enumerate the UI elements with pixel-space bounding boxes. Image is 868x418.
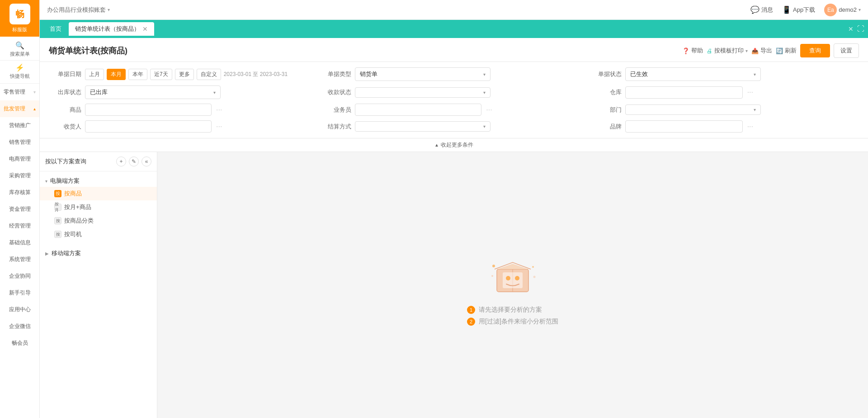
app-name: 办公用品行业模拟账套 ▾ bbox=[47, 6, 743, 14]
sidebar: 畅 标服版 🔍 搜索菜单 ⚡ 快捷导航 零售管理 ▾ 批发管理 ▴ 营销推广 销… bbox=[0, 0, 40, 418]
brand-input[interactable] bbox=[625, 120, 743, 133]
date-filter-value: 上月 本月 本年 近7天 更多 bbox=[85, 69, 319, 80]
svg-point-6 bbox=[492, 265, 495, 267]
dept-select[interactable]: ▾ bbox=[625, 104, 761, 115]
empty-step-1: 1 请先选择要分析的方案 bbox=[467, 306, 558, 314]
scheme-item-by-month-goods-icon: 按月 bbox=[54, 204, 61, 211]
scheme-group-mobile-title[interactable]: ▶ 移动端方案 bbox=[40, 247, 157, 259]
sidebar-quick-nav[interactable]: ⚡ 快捷导航 bbox=[0, 61, 39, 84]
user-profile[interactable]: Ea demo2 ▾ bbox=[824, 4, 861, 16]
receiver-dots-btn[interactable]: ··· bbox=[214, 123, 224, 131]
scheme-item-by-goods-icon: 按 bbox=[54, 190, 61, 197]
sidebar-item-member[interactable]: 畅会员 bbox=[0, 335, 39, 352]
scheme-item-by-month-goods[interactable]: 按月 按月+商品 bbox=[40, 200, 157, 214]
export-icon: 📤 bbox=[751, 48, 759, 54]
scheme-group-desktop-title[interactable]: ▾ 电脑端方案 bbox=[40, 174, 157, 187]
refresh-btn[interactable]: 🔄 刷新 bbox=[776, 47, 797, 55]
date-btn-this-year[interactable]: 本年 bbox=[128, 69, 147, 80]
sidebar-item-operations[interactable]: 经营管理 bbox=[0, 218, 39, 234]
tab-close-icon[interactable]: ✕ bbox=[142, 26, 148, 32]
tab-bar-actions: ✕ ⛶ bbox=[848, 25, 864, 33]
out-status-select[interactable]: 已出库 ▾ bbox=[85, 86, 221, 99]
date-btn-more[interactable]: 更多 bbox=[175, 69, 194, 80]
sidebar-item-retail[interactable]: 零售管理 ▾ bbox=[0, 84, 39, 100]
settings-btn[interactable]: 设置 bbox=[834, 43, 859, 58]
empty-state: 1 请先选择要分析的方案 2 用[过滤]条件来缩小分析范围 bbox=[449, 226, 576, 344]
sidebar-item-app-center[interactable]: 应用中心 bbox=[0, 301, 39, 318]
salesperson-dots-btn[interactable]: ··· bbox=[484, 106, 494, 114]
date-btn-last-month[interactable]: 上月 bbox=[85, 69, 104, 80]
header-actions: 💬 消息 📱 App下载 Ea demo2 ▾ bbox=[750, 4, 861, 16]
scheme-panel-title: 按以下方案查询 bbox=[45, 157, 86, 166]
app-download-btn[interactable]: 📱 App下载 bbox=[782, 5, 815, 14]
date-btn-custom[interactable]: 自定义 bbox=[197, 69, 221, 80]
doc-status-label: 单据状态 bbox=[589, 70, 625, 78]
tab-sales-stat[interactable]: 销货单统计表（按商品） ✕ bbox=[69, 22, 154, 36]
payment-method-label: 结算方式 bbox=[319, 123, 355, 131]
scheme-collapse-btn[interactable]: « bbox=[142, 157, 151, 166]
export-btn[interactable]: 📤 导出 bbox=[751, 47, 772, 55]
sidebar-item-purchase[interactable]: 采购管理 bbox=[0, 167, 39, 184]
sidebar-item-wholesale[interactable]: 批发管理 ▴ bbox=[0, 100, 39, 117]
query-btn[interactable]: 查询 bbox=[800, 44, 830, 57]
goods-input[interactable] bbox=[85, 104, 212, 116]
payment-method-select[interactable]: ▾ bbox=[355, 121, 491, 132]
sidebar-item-corp-wechat[interactable]: 企业微信 bbox=[0, 318, 39, 335]
search-label: 搜索菜单 bbox=[10, 51, 30, 57]
doc-status-dropdown-icon: ▾ bbox=[754, 72, 756, 77]
receiver-input[interactable] bbox=[85, 120, 212, 133]
doc-type-select[interactable]: 销货单 ▾ bbox=[355, 67, 491, 81]
message-btn[interactable]: 💬 消息 bbox=[750, 5, 773, 14]
goods-dots-btn[interactable]: ··· bbox=[214, 106, 224, 114]
sidebar-item-inventory[interactable]: 库存核算 bbox=[0, 184, 39, 201]
scheme-item-by-printer[interactable]: 按 按司机 bbox=[40, 228, 157, 241]
tab-close-all-icon[interactable]: ✕ bbox=[848, 25, 854, 33]
doc-type-dropdown-icon: ▾ bbox=[483, 72, 486, 77]
sidebar-item-newbie[interactable]: 新手引导 bbox=[0, 285, 39, 301]
warehouse-dots-btn[interactable]: ··· bbox=[745, 88, 755, 96]
scheme-item-by-goods-category[interactable]: 按 按商品分类 bbox=[40, 214, 157, 228]
help-icon: ❓ bbox=[682, 48, 689, 54]
logo-text: 标服版 bbox=[12, 26, 27, 33]
receiver-label: 收货人 bbox=[49, 123, 85, 131]
help-btn[interactable]: ❓ 帮助 bbox=[682, 47, 703, 55]
collapse-up-icon: ▲ bbox=[434, 142, 439, 147]
sidebar-search-item[interactable]: 🔍 搜索菜单 bbox=[0, 37, 39, 61]
sidebar-item-ecommerce[interactable]: 电商管理 bbox=[0, 151, 39, 167]
tab-expand-icon[interactable]: ⛶ bbox=[857, 25, 864, 33]
salesperson-input[interactable] bbox=[355, 104, 481, 116]
step-2-num: 2 bbox=[467, 318, 475, 326]
empty-box-svg bbox=[486, 244, 540, 299]
app-dropdown-icon[interactable]: ▾ bbox=[108, 7, 110, 12]
mobile-expand-icon: ▶ bbox=[45, 251, 49, 256]
date-btn-last-7-days[interactable]: 近7天 bbox=[150, 69, 172, 80]
sidebar-logo[interactable]: 畅 标服版 bbox=[0, 0, 39, 37]
collect-status-select[interactable]: ▾ bbox=[355, 87, 491, 98]
collapse-more-btn[interactable]: ▲ 收起更多条件 bbox=[40, 138, 868, 152]
print-btn[interactable]: 🖨 按模板打印 ▾ bbox=[707, 47, 748, 55]
sidebar-item-basic[interactable]: 基础信息 bbox=[0, 234, 39, 251]
scheme-group-desktop: ▾ 电脑端方案 按 按商品 按月 按月+商品 按 bbox=[40, 171, 157, 244]
scheme-item-by-goods[interactable]: 按 按商品 bbox=[40, 187, 157, 200]
scheme-group-mobile: ▶ 移动端方案 bbox=[40, 244, 157, 262]
doc-type-filter: 销货单 ▾ bbox=[355, 67, 589, 81]
salesperson-label: 业务员 bbox=[319, 106, 355, 114]
scheme-add-btn[interactable]: + bbox=[116, 157, 126, 166]
sidebar-item-sales[interactable]: 销售管理 bbox=[0, 134, 39, 151]
brand-filter: ··· bbox=[625, 120, 859, 133]
sidebar-item-enterprise[interactable]: 企业协同 bbox=[0, 268, 39, 285]
expand-icon: ▾ bbox=[45, 179, 47, 184]
content-wrapper: 按以下方案查询 + ✎ « bbox=[40, 152, 868, 418]
tab-home[interactable]: 首页 bbox=[43, 22, 68, 36]
empty-icon bbox=[486, 244, 540, 299]
warehouse-input[interactable] bbox=[625, 86, 743, 99]
warehouse-filter: ··· bbox=[625, 86, 859, 99]
sidebar-item-marketing[interactable]: 营销推广 bbox=[0, 117, 39, 134]
date-btn-this-month[interactable]: 本月 bbox=[107, 69, 126, 80]
print-icon: 🖨 bbox=[707, 48, 712, 54]
scheme-edit-btn[interactable]: ✎ bbox=[129, 157, 139, 166]
sidebar-item-system[interactable]: 系统管理 bbox=[0, 251, 39, 268]
sidebar-item-finance[interactable]: 资金管理 bbox=[0, 201, 39, 218]
doc-status-select[interactable]: 已生效 ▾ bbox=[625, 67, 761, 81]
brand-dots-btn[interactable]: ··· bbox=[745, 123, 755, 131]
